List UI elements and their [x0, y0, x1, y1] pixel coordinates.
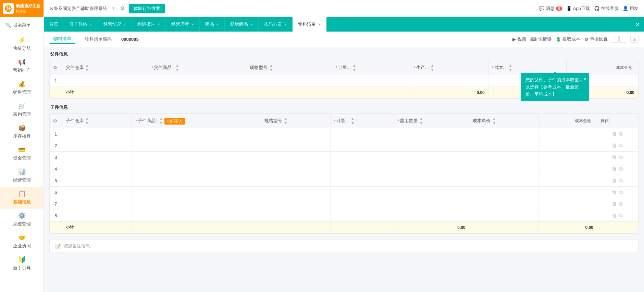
app-download-btn[interactable]: 📱 App下载 — [566, 5, 590, 12]
child-cell-unit-5[interactable] — [331, 175, 394, 187]
child-cell-unit-price-6[interactable] — [469, 187, 539, 198]
note-label[interactable]: 增加备注信息 — [63, 243, 90, 249]
child-cell-warehouse-8[interactable] — [62, 210, 132, 222]
tab-home[interactable]: 首页 — [44, 17, 64, 32]
child-cell-unit-price-3[interactable] — [469, 152, 539, 163]
copy-icon-1[interactable]: ⧉ — [619, 131, 623, 137]
online-service-btn[interactable]: 🎧 在线客服 — [594, 5, 619, 12]
child-cell-spec-8[interactable] — [261, 210, 331, 222]
tab-goods[interactable]: 商品 ✕ — [200, 17, 225, 32]
child-cell-warehouse-1[interactable] — [62, 128, 132, 140]
child-cell-warehouse-5[interactable] — [62, 175, 132, 187]
subheader-tab-bom-code[interactable]: 物料清单编码 — [81, 35, 116, 44]
child-cell-warehouse-3[interactable] — [62, 152, 132, 163]
tab-bom-close[interactable]: ✕ — [318, 23, 321, 26]
copy-icon-7[interactable]: ⧉ — [619, 201, 623, 207]
sidebar-item-finance[interactable]: 💳 资金管理 — [0, 143, 44, 165]
tab-customer-close[interactable]: ✕ — [89, 23, 92, 26]
tab-operations[interactable]: 经营情况 ✕ — [98, 17, 132, 32]
child-cell-product-6[interactable] — [132, 187, 261, 198]
menu-btn[interactable]: ☰ — [630, 36, 639, 43]
child-cell-quantity-7[interactable] — [394, 198, 469, 210]
child-cell-unit-price-1[interactable] — [469, 128, 539, 140]
tab-new-goods[interactable]: 新增商品 ✕ — [225, 17, 259, 32]
scan-btn[interactable]: 扫码录入 — [164, 118, 185, 125]
tab-goods-close[interactable]: ✕ — [216, 23, 219, 26]
tab-profit-close[interactable]: ✕ — [157, 23, 160, 26]
sidebar-item-cooperation[interactable]: 🤝 企业协同 — [0, 231, 44, 253]
child-cell-product-8[interactable] — [132, 210, 261, 222]
tab-history[interactable]: 经营历程 ✕ — [166, 17, 200, 32]
tab-profit[interactable]: 利润报告 ✕ — [132, 17, 166, 32]
tab-barcode[interactable]: 条码方案 ✕ — [259, 17, 293, 32]
shortcut-btn[interactable]: ⌨ 快捷键 — [530, 36, 552, 42]
copy-icon-2[interactable]: ⧉ — [619, 143, 623, 149]
child-cell-quantity-4[interactable] — [394, 163, 469, 175]
child-cell-unit-price-2[interactable] — [469, 140, 539, 152]
child-cell-warehouse-7[interactable] — [62, 198, 132, 210]
tab-bom[interactable]: 物料清单 ✕ — [293, 17, 326, 32]
parent-cell-spec[interactable] — [246, 75, 332, 87]
subheader-tab-bom-list[interactable]: 物料清单 — [49, 34, 75, 44]
child-cell-quantity-6[interactable] — [394, 187, 469, 198]
child-cell-unit-2[interactable] — [331, 140, 394, 152]
cost-btn[interactable]: 💲 提取成本 — [556, 36, 580, 42]
sidebar-item-sales[interactable]: 💰 销售管理 — [0, 77, 44, 99]
child-cell-unit-price-8[interactable] — [469, 210, 539, 222]
child-cell-warehouse-6[interactable] — [62, 187, 132, 198]
child-cell-unit-8[interactable] — [331, 210, 394, 222]
sidebar-item-marketing[interactable]: 📢 营销推广 — [0, 55, 44, 77]
delete-icon-2[interactable]: 🗑 — [612, 143, 617, 149]
copy-icon-4[interactable]: ⧉ — [619, 166, 623, 172]
sidebar-search[interactable]: 🔍 搜索菜单 — [0, 17, 44, 33]
child-cell-quantity-3[interactable] — [394, 152, 469, 163]
child-cell-unit-3[interactable] — [331, 152, 394, 163]
copy-icon-3[interactable]: ⧉ — [619, 154, 623, 160]
child-cell-spec-2[interactable] — [261, 140, 331, 152]
delete-icon-7[interactable]: 🗑 — [612, 201, 617, 207]
delete-icon-3[interactable]: 🗑 — [612, 154, 617, 160]
child-cell-warehouse-2[interactable] — [62, 140, 132, 152]
close-all-btn[interactable]: ✕ — [631, 21, 644, 28]
delete-icon-4[interactable]: 🗑 — [612, 166, 617, 172]
tab-history-close[interactable]: ✕ — [191, 23, 194, 26]
tab-barcode-close[interactable]: ✕ — [284, 23, 287, 26]
child-cell-unit-6[interactable] — [331, 187, 394, 198]
child-cell-product-4[interactable] — [132, 163, 261, 175]
next-btn[interactable]: › — [619, 36, 626, 43]
prev-btn[interactable]: ‹ — [612, 36, 619, 43]
delete-icon-1[interactable]: 🗑 — [612, 131, 617, 137]
sidebar-item-basic-info[interactable]: 📋 基础信息 — [0, 187, 44, 209]
delete-icon-5[interactable]: 🗑 — [612, 178, 617, 184]
sidebar-item-guide[interactable]: 🔰 新手引导 — [0, 253, 44, 275]
tab-new-goods-close[interactable]: ✕ — [250, 23, 253, 26]
child-cell-product-5[interactable] — [132, 175, 261, 187]
child-cell-spec-7[interactable] — [261, 198, 331, 210]
copy-icon-8[interactable]: ⧉ — [619, 213, 623, 219]
sidebar-item-quick-nav[interactable]: ⚡ 快捷导航 — [0, 33, 44, 55]
child-cell-unit-price-4[interactable] — [469, 163, 539, 175]
child-cell-spec-3[interactable] — [261, 152, 331, 163]
tooltip-close-btn[interactable]: × — [584, 75, 586, 83]
parent-cell-production[interactable] — [410, 75, 488, 87]
parent-cell-product[interactable] — [148, 75, 246, 87]
child-cell-unit-7[interactable] — [331, 198, 394, 210]
child-cell-spec-1[interactable] — [261, 128, 331, 140]
parent-cell-unit[interactable] — [332, 75, 410, 87]
user-btn[interactable]: 👤 用友 — [623, 5, 639, 12]
child-cell-quantity-8[interactable] — [394, 210, 469, 222]
gear-icon[interactable]: ⚙ — [120, 5, 125, 12]
search-button[interactable]: 🔍 搜索菜单 — [3, 20, 41, 30]
child-th-settings[interactable]: ⚙ — [50, 114, 62, 128]
parent-cell-warehouse[interactable] — [62, 75, 148, 87]
child-cell-spec-6[interactable] — [261, 187, 331, 198]
view-video-btn[interactable]: ▶ 视频 — [512, 36, 526, 42]
parent-th-settings[interactable]: ⚙ — [50, 60, 62, 75]
message-btn[interactable]: 💬 消息 6 — [539, 5, 562, 12]
child-cell-spec-5[interactable] — [261, 175, 331, 187]
child-cell-spec-4[interactable] — [261, 163, 331, 175]
sidebar-item-purchase[interactable]: 🛒 采购管理 — [0, 99, 44, 121]
tab-customer[interactable]: 客户联络 ✕ — [64, 17, 98, 32]
child-cell-product-3[interactable] — [132, 152, 261, 163]
copy-icon-5[interactable]: ⧉ — [619, 178, 623, 184]
